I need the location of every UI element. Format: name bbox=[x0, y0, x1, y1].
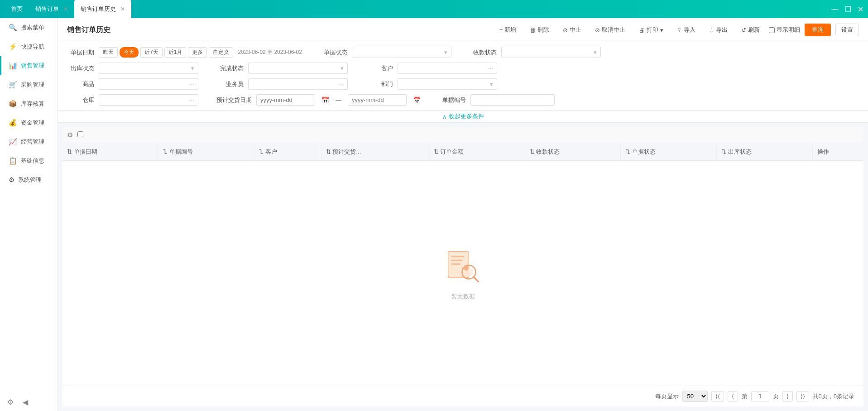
col-bill-status[interactable]: ⇅ 单据状态 bbox=[621, 143, 717, 161]
col-date[interactable]: ⇅ 单据日期 bbox=[62, 143, 158, 161]
first-page-btn[interactable]: ⟨⟨ bbox=[711, 391, 724, 401]
tab-sales-order-close[interactable]: ✕ bbox=[63, 6, 68, 12]
svg-rect-1 bbox=[451, 256, 464, 257]
close-window-icon[interactable]: ✕ bbox=[858, 5, 863, 14]
salesperson-input[interactable]: ··· bbox=[248, 78, 348, 90]
filter-area: 单据日期 昨天 今天 近7天 近1月 更多 自定义 2023-06-02 至 2… bbox=[58, 42, 868, 111]
window-controls: — ❐ ✕ bbox=[831, 5, 863, 14]
date-btn-today[interactable]: 今天 bbox=[120, 47, 139, 58]
expected-date-start-input[interactable] bbox=[256, 94, 315, 106]
settings-icon[interactable]: ⚙ bbox=[7, 398, 14, 406]
stop-button[interactable]: ⊘ 中止 bbox=[558, 24, 586, 36]
sys-mgmt-icon: ⚙ bbox=[9, 176, 14, 184]
basic-info-icon: 📋 bbox=[9, 157, 17, 165]
print-button[interactable]: 🖨 打印 ▾ bbox=[634, 24, 668, 36]
product-input[interactable]: ··· bbox=[99, 78, 198, 90]
next-page-btn[interactable]: ⟩ bbox=[782, 391, 793, 401]
select-all-checkbox[interactable] bbox=[77, 131, 83, 137]
import-button[interactable]: ⇪ 导入 bbox=[672, 24, 700, 36]
expected-date-end-input[interactable] bbox=[348, 94, 407, 106]
expected-date-end-calendar-icon[interactable]: 📅 bbox=[413, 97, 421, 104]
show-detail-checkbox[interactable] bbox=[769, 27, 775, 33]
restore-icon[interactable]: ❐ bbox=[845, 5, 851, 14]
sidebar-item-purchase-mgmt[interactable]: 🛒 采购管理 bbox=[0, 75, 58, 94]
col-expected-date[interactable]: ⇅ 预计交货... bbox=[321, 143, 429, 161]
tab-sales-order-history-close[interactable]: ✕ bbox=[120, 6, 125, 12]
sidebar-item-basic-info[interactable]: 📋 基础信息 bbox=[0, 151, 58, 170]
table-settings-icon[interactable]: ⚙ bbox=[67, 131, 73, 139]
sidebar-item-sales-mgmt-label: 销售管理 bbox=[21, 62, 44, 70]
new-button[interactable]: + 新增 bbox=[495, 24, 521, 36]
bill-number-label: 单据编号 bbox=[439, 96, 466, 104]
date-btn-7days[interactable]: 近7天 bbox=[140, 47, 163, 58]
show-detail-checkbox-label[interactable]: 显示明细 bbox=[769, 26, 800, 34]
expected-date-dash: — bbox=[336, 97, 341, 103]
receipt-status-select[interactable]: ▾ bbox=[501, 47, 601, 58]
complete-status-dropdown-icon: ▾ bbox=[340, 65, 344, 72]
date-btn-custom[interactable]: 自定义 bbox=[209, 47, 233, 58]
sidebar-item-basic-info-label: 基础信息 bbox=[21, 157, 44, 165]
col-outbound-status[interactable]: ⇅ 出库状态 bbox=[717, 143, 813, 161]
per-page-select[interactable]: 50 10 20 100 bbox=[682, 391, 708, 402]
date-btn-yesterday[interactable]: 昨天 bbox=[99, 47, 118, 58]
print-icon: 🖨 bbox=[639, 27, 645, 34]
filter-row-3: 商品 ··· 业务员 ··· 部门 ▾ bbox=[67, 78, 859, 90]
table-area: ⚙ ⇅ 单据日期 ⇅ 单据编号 bbox=[62, 127, 863, 386]
refresh-icon: ↺ bbox=[741, 27, 746, 34]
department-select[interactable]: ▾ bbox=[398, 78, 497, 90]
print-dropdown-icon: ▾ bbox=[660, 27, 663, 34]
sidebar-item-operations-label: 经营管理 bbox=[21, 138, 44, 146]
date-btn-1month[interactable]: 近1月 bbox=[164, 47, 187, 58]
tab-sales-order[interactable]: 销售订单 ✕ bbox=[29, 0, 74, 18]
col-number[interactable]: ⇅ 单据编号 bbox=[158, 143, 254, 161]
receipt-status-label: 收款状态 bbox=[470, 48, 497, 57]
export-button[interactable]: ⇩ 导出 bbox=[705, 24, 732, 36]
settings-button[interactable]: 设置 bbox=[835, 24, 859, 36]
sidebar-item-purchase-mgmt-label: 采购管理 bbox=[21, 81, 44, 89]
product-label: 商品 bbox=[67, 80, 94, 88]
customer-input[interactable]: ··· bbox=[398, 63, 497, 74]
page-label-pre: 第 bbox=[742, 392, 748, 401]
warehouse-input[interactable]: ··· bbox=[99, 94, 198, 106]
data-table: ⇅ 单据日期 ⇅ 单据编号 ⇅ 客户 ⇅ 预计交 bbox=[62, 143, 863, 161]
table-checkbox-all[interactable] bbox=[77, 131, 83, 139]
sidebar-item-sales-mgmt[interactable]: 📊 销售管理 bbox=[0, 56, 58, 75]
page-input[interactable] bbox=[751, 391, 769, 401]
tab-home[interactable]: 首页 bbox=[5, 0, 29, 18]
table-header-row: ⇅ 单据日期 ⇅ 单据编号 ⇅ 客户 ⇅ 预计交 bbox=[62, 143, 863, 161]
sidebar-item-search-menu[interactable]: 🔍 搜索菜单 bbox=[0, 18, 58, 37]
sidebar-item-operations[interactable]: 📈 经营管理 bbox=[0, 132, 58, 151]
bill-status-label: 单据状态 bbox=[320, 48, 347, 57]
refresh-button[interactable]: ↺ 刷新 bbox=[737, 24, 764, 36]
search-menu-icon: 🔍 bbox=[9, 24, 17, 32]
bill-number-input[interactable] bbox=[470, 94, 555, 106]
delete-button[interactable]: 🗑 删除 bbox=[525, 24, 554, 36]
warehouse-ellipsis-icon: ··· bbox=[189, 97, 194, 103]
bill-status-select[interactable]: ▾ bbox=[352, 47, 451, 58]
col-customer[interactable]: ⇅ 客户 bbox=[254, 143, 321, 161]
sidebar-item-sys-mgmt[interactable]: ⚙ 系统管理 bbox=[0, 170, 58, 189]
expected-date-start-calendar-icon[interactable]: 📅 bbox=[321, 97, 329, 104]
sidebar-item-inventory[interactable]: 📦 库存核算 bbox=[0, 94, 58, 113]
cancel-stop-button[interactable]: ⊘ 取消中止 bbox=[590, 24, 630, 36]
last-page-btn[interactable]: ⟩⟩ bbox=[796, 391, 809, 401]
bill-status-dropdown-icon: ▾ bbox=[444, 49, 447, 56]
sidebar-item-quick-nav[interactable]: ⚡ 快捷导航 bbox=[0, 37, 58, 56]
prev-page-btn[interactable]: ⟨ bbox=[728, 391, 738, 401]
collapse-row[interactable]: ∧ 收起更多条件 bbox=[58, 111, 868, 123]
complete-status-select[interactable]: ▾ bbox=[248, 63, 348, 74]
sidebar-item-finance[interactable]: 💰 资金管理 bbox=[0, 113, 58, 132]
minimize-icon[interactable]: — bbox=[831, 5, 839, 13]
sidebar-item-finance-label: 资金管理 bbox=[21, 119, 44, 127]
query-button-label: 查询 bbox=[812, 26, 824, 33]
tab-sales-order-history[interactable]: 销售订单历史 ✕ bbox=[74, 0, 131, 18]
receipt-status-dropdown-icon: ▾ bbox=[594, 49, 597, 56]
date-btn-more[interactable]: 更多 bbox=[188, 47, 207, 58]
collapse-sidebar-icon[interactable]: ◀ bbox=[23, 398, 28, 406]
collapse-up-icon: ∧ bbox=[442, 113, 447, 120]
col-receipt-status[interactable]: ⇅ 收款状态 bbox=[525, 143, 621, 161]
show-detail-label: 显示明细 bbox=[777, 26, 800, 34]
col-amount[interactable]: ⇅ 订单金额 bbox=[429, 143, 525, 161]
outbound-status-select[interactable]: ▾ bbox=[99, 63, 198, 74]
query-button[interactable]: 查询 bbox=[805, 24, 831, 36]
